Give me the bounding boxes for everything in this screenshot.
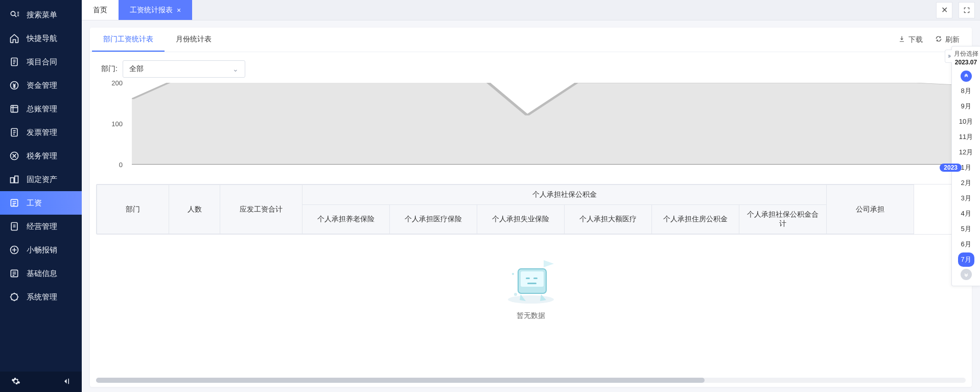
collapse-sidebar-icon[interactable] [61, 377, 71, 387]
th-group-personal: 个人承担社保公积金 [302, 185, 827, 205]
month-item[interactable]: 4月 [958, 206, 974, 221]
empty-state: 暂无数据 [90, 239, 972, 378]
sidebar-item-contract[interactable]: 项目合同 [0, 50, 82, 74]
sidebar-item-label: 快捷导航 [27, 34, 57, 43]
chart-y-axis: 200 100 0 [101, 83, 128, 165]
svg-point-36 [512, 273, 514, 275]
table-wrap[interactable]: 部门 人数 应发工资合计 个人承担社保公积金 公司承担 个人承担养老保险 个人承… [96, 184, 966, 235]
ytick: 200 [111, 79, 123, 87]
month-item[interactable]: 10月 [958, 114, 974, 129]
dept-select-value: 全部 [129, 64, 144, 74]
month-scroll-down[interactable] [961, 269, 972, 280]
content-card: 部门工资统计表 月份统计表 下载 [90, 28, 972, 387]
asset-icon [9, 174, 19, 185]
sidebar-item-quicknav[interactable]: 快捷导航 [0, 27, 82, 50]
close-all-tabs-button[interactable]: ✕ [936, 2, 952, 18]
top-tabs: 首页 工资统计报表 × ✕ [82, 0, 980, 20]
sidebar-item-tax[interactable]: 税务管理 [0, 144, 82, 168]
scrollbar-thumb[interactable] [96, 378, 705, 383]
horizontal-scrollbar[interactable] [96, 378, 966, 383]
sidebar-item-reimburse[interactable]: 小畅报销 [0, 238, 82, 262]
svg-rect-31 [533, 278, 538, 279]
sidebar-item-asset[interactable]: 固定资产 [0, 168, 82, 191]
month-panel-current: 2023.07 [955, 59, 977, 66]
svg-line-1 [15, 15, 16, 17]
svg-rect-29 [521, 271, 544, 287]
ytick: 100 [111, 120, 123, 128]
sidebar-item-label: 总账管理 [27, 104, 57, 114]
settings-icon[interactable] [11, 377, 20, 387]
svg-rect-10 [11, 105, 17, 112]
sidebar-item-fund[interactable]: 资金管理 [0, 74, 82, 97]
month-item[interactable]: 9月 [958, 99, 974, 113]
sidebar-item-label: 经营管理 [27, 222, 57, 232]
tab-label: 工资统计报表 [130, 6, 173, 15]
sidebar-item-label: 基础信息 [27, 269, 57, 279]
svg-marker-35 [544, 260, 554, 267]
sidebar-item-label: 系统管理 [27, 292, 57, 302]
chart: 200 100 0 [90, 83, 972, 175]
sidebar-item-search[interactable]: 搜索菜单 [0, 3, 82, 27]
tab-label: 首页 [93, 6, 107, 15]
refresh-button[interactable]: 刷新 [935, 35, 960, 44]
contract-icon [9, 57, 19, 67]
year-badge: 2023 [940, 164, 962, 172]
search-list-icon [9, 10, 19, 20]
salary-table: 部门 人数 应发工资合计 个人承担社保公积金 公司承担 个人承担养老保险 个人承… [97, 185, 914, 234]
subtab-month-stat[interactable]: 月份统计表 [165, 28, 223, 52]
month-item[interactable]: 2月 [958, 176, 974, 190]
dept-select[interactable]: 全部 ⌄ [123, 60, 245, 78]
sidebar-item-label: 发票管理 [27, 128, 57, 137]
month-item[interactable]: 5月 [958, 222, 974, 236]
sidebar-item-system[interactable]: 系统管理 [0, 285, 82, 309]
main: 首页 工资统计报表 × ✕ 部门工资统计表 月份统计表 [82, 0, 980, 392]
chevron-down-icon: ⌄ [232, 65, 239, 73]
sidebar-item-label: 小畅报销 [27, 245, 57, 255]
tab-home[interactable]: 首页 [82, 0, 119, 20]
download-button[interactable]: 下载 [898, 35, 923, 44]
close-icon[interactable]: × [177, 6, 181, 14]
month-item[interactable]: 6月 [958, 237, 974, 251]
th-company-more: 公司承担 [826, 185, 914, 234]
th-p-pension: 个人承担养老保险 [302, 205, 390, 234]
svg-point-27 [508, 295, 554, 304]
sidebar-item-baseinfo[interactable]: 基础信息 [0, 262, 82, 285]
fullscreen-button[interactable] [959, 2, 975, 18]
month-item[interactable]: 3月 [958, 191, 974, 205]
system-icon [9, 292, 19, 302]
tab-salary-report[interactable]: 工资统计报表 × [119, 0, 192, 20]
th-dept: 部门 [97, 185, 169, 234]
sidebar-item-salary[interactable]: 工资 [0, 191, 82, 215]
month-scroll-up[interactable] [961, 71, 972, 82]
salary-icon [9, 198, 19, 208]
svg-rect-15 [11, 178, 14, 183]
download-icon [898, 35, 905, 44]
svg-point-0 [11, 11, 15, 15]
month-list: 8月 9月 10月 11月 12月 1月 2月 3月 4月 5月 6月 7月 [958, 83, 974, 267]
month-item[interactable]: 11月 [958, 130, 974, 144]
subtab-dept-stat[interactable]: 部门工资统计表 [92, 28, 165, 52]
th-p-housing: 个人承担住房公积金 [652, 205, 739, 234]
dept-filter-label: 部门: [101, 64, 118, 74]
sidebar-item-label: 资金管理 [27, 81, 57, 90]
th-total: 应发工资合计 [220, 185, 302, 234]
month-item[interactable]: 8月 [958, 84, 974, 98]
th-p-medical: 个人承担医疗保险 [390, 205, 477, 234]
sidebar-item-operation[interactable]: 经营管理 [0, 215, 82, 238]
reimburse-icon [9, 245, 19, 255]
sidebar-item-label: 税务管理 [27, 151, 57, 161]
sidebar-item-ledger[interactable]: 总账管理 [0, 97, 82, 121]
month-panel-title: 月份选择 [954, 50, 978, 58]
svg-rect-32 [527, 283, 536, 284]
month-item[interactable]: 12月 [958, 145, 974, 159]
month-panel-collapse[interactable] [945, 50, 952, 63]
th-p-unemp: 个人承担失业保险 [477, 205, 565, 234]
empty-text: 暂无数据 [517, 311, 545, 320]
sidebar-item-invoice[interactable]: 发票管理 [0, 121, 82, 144]
action-label: 刷新 [945, 35, 960, 44]
sidebar-bottom [0, 372, 82, 392]
tax-icon [9, 151, 19, 161]
month-item[interactable]: 7月 [958, 252, 974, 267]
subtab-label: 部门工资统计表 [103, 35, 153, 44]
operation-icon [9, 221, 19, 232]
